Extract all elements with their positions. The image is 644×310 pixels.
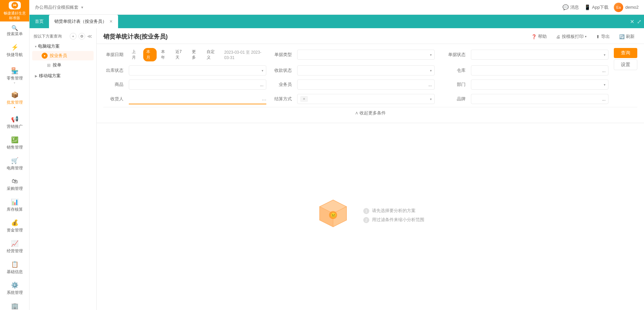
message-icon: 💬 bbox=[562, 4, 569, 10]
system-icon: ⚙️ bbox=[11, 281, 18, 289]
sidebar-item-finance[interactable]: 💰 资金管理 bbox=[0, 216, 29, 237]
tab-close-all-icon[interactable]: ✕ bbox=[630, 18, 634, 25]
right-panel: 销货单统计表(按业务员) ❓ 帮助 🖨 按模板打印 ▾ ⬆ 导出 bbox=[97, 28, 644, 310]
brand-dots-icon: ... bbox=[602, 96, 605, 102]
query-button[interactable]: 查询 bbox=[614, 48, 637, 58]
sidebar-item-enterprise[interactable]: 🏢 企业协同 bbox=[0, 299, 29, 310]
product-dots-icon: ... bbox=[260, 82, 263, 88]
date-this-year[interactable]: 本年 bbox=[158, 48, 171, 61]
left-panel-header: 按以下方案查询 + ⚙ ≪ bbox=[30, 31, 96, 42]
ecommerce-icon: 🛒 bbox=[11, 157, 18, 164]
date-control: 上月 本月 本年 近7天 更多 自定义 2023-03-01 至 2023-03… bbox=[129, 48, 266, 61]
sidebar-item-marketing[interactable]: 📢 营销推广 bbox=[0, 112, 29, 133]
warehouse-select[interactable]: ... bbox=[471, 65, 608, 75]
settings-button[interactable]: 设置 bbox=[614, 59, 637, 70]
doc-type-control: ▾ bbox=[297, 50, 435, 60]
app-download-action[interactable]: 📱 App下载 bbox=[584, 4, 608, 10]
message-action[interactable]: 💬 消息 bbox=[562, 4, 579, 10]
search-menu-item[interactable]: 🔍 搜索菜单 bbox=[0, 21, 29, 40]
date-custom[interactable]: 自定义 bbox=[204, 48, 220, 61]
product-label: 商品 bbox=[103, 82, 123, 88]
out-status-select[interactable]: ▾ bbox=[129, 65, 266, 75]
tab-maximize-icon[interactable]: ⤢ bbox=[637, 18, 641, 25]
date-last7[interactable]: 近7天 bbox=[172, 48, 187, 61]
sidebar-item-wholesale[interactable]: 📦 批发管理 ▴ bbox=[0, 88, 29, 112]
retail-icon: 🏪 bbox=[11, 67, 18, 74]
breadcrumb-arrow[interactable]: ▾ bbox=[81, 5, 83, 10]
dept-arrow-icon: ▾ bbox=[604, 83, 605, 87]
left-panel-title: 按以下方案查询 bbox=[34, 34, 62, 39]
tree-desktop[interactable]: ▾ 电脑端方案 bbox=[32, 42, 94, 51]
help-button[interactable]: ❓ 帮助 bbox=[529, 32, 549, 41]
tab-close-icon[interactable]: ✕ bbox=[109, 19, 113, 24]
dept-select[interactable]: ▾ bbox=[471, 80, 608, 90]
filter-row-4: 收货人 ... 结算方式 × bbox=[103, 94, 608, 104]
tab-sales-stat[interactable]: 销货单统计表（按业务员） ✕ bbox=[49, 15, 118, 28]
brand-select[interactable]: ... bbox=[471, 94, 608, 104]
tree-child-byorder[interactable]: ⊞ 按单 bbox=[32, 60, 94, 70]
collapse-panel-button[interactable]: ≪ bbox=[87, 34, 92, 39]
sidebar-item-purchase[interactable]: 🛍 采购管理 bbox=[0, 174, 29, 195]
svg-point-1 bbox=[13, 4, 14, 5]
tree-arrow-icon: ▾ bbox=[35, 45, 37, 48]
print-icon: 🖨 bbox=[556, 34, 560, 39]
print-arrow-icon: ▾ bbox=[585, 35, 587, 38]
receiver-dots-icon[interactable]: ... bbox=[262, 96, 266, 102]
doc-status-label: 单据状态 bbox=[445, 52, 466, 58]
svg-point-2 bbox=[15, 4, 16, 5]
settlement-remove-icon[interactable]: × bbox=[303, 97, 305, 101]
date-more[interactable]: 更多 bbox=[189, 48, 202, 61]
settings-scheme-button[interactable]: ⚙ bbox=[78, 33, 85, 40]
date-last-month[interactable]: 上月 bbox=[129, 48, 142, 61]
settlement-select[interactable]: × ▾ bbox=[297, 94, 435, 104]
out-status-control: ▾ bbox=[129, 65, 266, 75]
warehouse-dots-icon: ... bbox=[602, 67, 605, 73]
product-select[interactable]: ... bbox=[129, 80, 266, 90]
date-label: 单据日期 bbox=[103, 52, 123, 58]
sidebar-logo[interactable]: 畅捷通好生意 标准版 bbox=[0, 0, 29, 21]
add-scheme-button[interactable]: + bbox=[70, 33, 76, 40]
tree-section: ▾ 电脑端方案 ● 按业务员 ⊞ 按单 ▶ 移动端方案 bbox=[30, 42, 96, 81]
receiver-label: 收货人 bbox=[103, 96, 123, 102]
brand-label: 品牌 bbox=[445, 96, 466, 102]
receiver-input[interactable] bbox=[129, 94, 261, 104]
sidebar-item-system[interactable]: ⚙️ 系统管理 bbox=[0, 278, 29, 299]
template-print-button[interactable]: 🖨 按模板打印 ▾ bbox=[553, 32, 589, 41]
warehouse-label: 仓库 bbox=[445, 67, 466, 73]
empty-box-svg: 😐 bbox=[316, 197, 350, 230]
date-this-month[interactable]: 本月 bbox=[143, 48, 156, 61]
doc-status-select[interactable]: ▾ bbox=[471, 50, 608, 60]
collapse-more-button[interactable]: ∧ 收起更多条件 bbox=[103, 107, 637, 119]
step1-num: 1 bbox=[363, 208, 369, 214]
filter-area: 单据日期 上月 本月 本年 近7天 更多 自定义 2023-03-01 至 20… bbox=[97, 44, 644, 123]
doc-type-select[interactable]: ▾ bbox=[297, 50, 435, 60]
sidebar-item-retail[interactable]: 🏪 零售管理 ▾ bbox=[0, 64, 29, 88]
refresh-button[interactable]: 🔄 刷新 bbox=[616, 32, 637, 41]
dept-label: 部门 bbox=[445, 82, 466, 88]
salesperson-dots-icon: ... bbox=[428, 82, 432, 88]
settlement-label: 结算方式 bbox=[272, 96, 292, 102]
filter-row-2: 出库状态 ▾ 收款状态 ▾ bbox=[103, 65, 608, 75]
tree-child-salesperson[interactable]: ● 按业务员 bbox=[32, 51, 94, 60]
salesperson-select[interactable]: ... bbox=[297, 80, 435, 90]
payment-status-select[interactable]: ▾ bbox=[297, 65, 435, 75]
sidebar-item-quicknav[interactable]: ⚡ 快捷导航 bbox=[0, 40, 29, 61]
logo-text: 畅捷通好生意 标准版 bbox=[4, 11, 26, 20]
page-title: 销货单统计表(按业务员) bbox=[103, 33, 168, 41]
sidebar-item-operations[interactable]: 📈 经营管理 bbox=[0, 237, 29, 257]
user-profile[interactable]: Ea demo2 bbox=[614, 3, 639, 12]
sidebar-item-ecommerce[interactable]: 🛒 电商管理 bbox=[0, 154, 29, 174]
empty-step-2: 2 用过滤条件来缩小分析范围 bbox=[363, 217, 424, 223]
sidebar-item-basic[interactable]: 📋 基础信息 bbox=[0, 257, 29, 278]
sidebar-item-inventory[interactable]: 📊 库存核算 bbox=[0, 195, 29, 216]
logo-icon bbox=[9, 1, 21, 9]
empty-steps: 1 请先选择要分析的方案 2 用过滤条件来缩小分析范围 bbox=[363, 208, 424, 226]
salesperson-label: 业务员 bbox=[272, 82, 292, 88]
tab-home[interactable]: 首页 bbox=[30, 15, 49, 28]
tree-mobile[interactable]: ▶ 移动端方案 bbox=[32, 71, 94, 81]
breadcrumb-title: 办公用品行业模拟账套 bbox=[35, 4, 78, 10]
out-status-label: 出库状态 bbox=[103, 67, 123, 73]
export-button[interactable]: ⬆ 导出 bbox=[593, 32, 612, 41]
operations-icon: 📈 bbox=[11, 240, 18, 247]
sidebar-item-sales[interactable]: 💹 销售管理 bbox=[0, 133, 29, 154]
